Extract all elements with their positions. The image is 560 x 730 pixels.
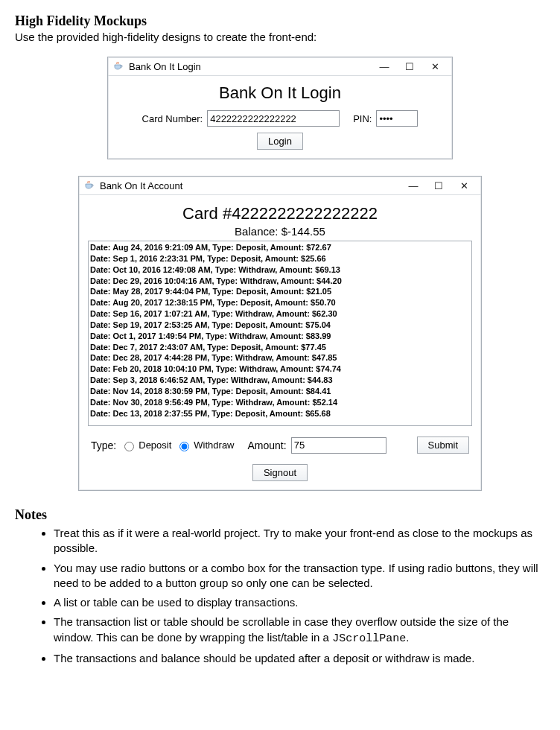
withdraw-radio[interactable]: Withdraw (176, 439, 234, 451)
close-button[interactable]: ✕ (451, 180, 477, 191)
amount-label: Amount: (248, 439, 287, 451)
login-window-title: Bank On It Login (129, 61, 201, 72)
maximize-button[interactable]: ☐ (397, 61, 422, 72)
transaction-row[interactable]: Date: Sep 1, 2016 2:23:31 PM, Type: Depo… (90, 253, 470, 264)
maximize-button[interactable]: ☐ (426, 180, 451, 191)
transaction-row[interactable]: Date: Oct 1, 2017 1:49:54 PM, Type: With… (90, 331, 470, 342)
notes-item: You may use radio buttons or a combo box… (54, 561, 545, 591)
login-button[interactable]: Login (257, 133, 303, 150)
account-window-title: Bank On It Account (100, 180, 182, 191)
account-titlebar: Bank On It Account — ☐ ✕ (79, 177, 481, 195)
transaction-row[interactable]: Date: Sep 16, 2017 1:07:21 AM, Type: Wit… (90, 308, 470, 320)
code-token: JScrollPane (332, 632, 406, 645)
transaction-row[interactable]: Date: Sep 19, 2017 2:53:25 AM, Type: Dep… (90, 320, 470, 331)
transaction-row[interactable]: Date: Aug 20, 2017 12:38:15 PM, Type: De… (90, 297, 470, 308)
notes-item: The transaction list or table should be … (54, 615, 545, 647)
close-button[interactable]: ✕ (422, 61, 448, 72)
deposit-radio[interactable]: Deposit (121, 439, 171, 451)
transaction-row[interactable]: Date: Feb 20, 2018 10:04:10 PM, Type: Wi… (90, 364, 470, 375)
transaction-row[interactable]: Date: Dec 13, 2018 2:37:55 PM, Type: Dep… (90, 408, 470, 419)
transaction-form: Type: Deposit Withdraw Amount: Submit (88, 426, 472, 461)
type-label: Type: (91, 439, 116, 451)
account-client-area: Card #4222222222222222 Balance: $-144.55… (79, 195, 481, 490)
amount-input[interactable] (291, 437, 386, 454)
signout-button[interactable]: Signout (252, 464, 308, 481)
notes-item: Treat this as if it were a real-world pr… (54, 526, 545, 556)
pin-input[interactable] (376, 110, 418, 127)
submit-button[interactable]: Submit (417, 437, 469, 454)
notes-list: Treat this as if it were a real-world pr… (15, 526, 545, 666)
transaction-row[interactable]: Date: Oct 10, 2016 12:49:08 AM, Type: Wi… (90, 264, 470, 276)
transaction-row[interactable]: Date: Nov 14, 2018 8:30:59 PM, Type: Dep… (90, 386, 470, 397)
transaction-row[interactable]: Date: Nov 30, 2018 9:56:49 PM, Type: Wit… (90, 397, 470, 408)
card-number-input[interactable] (207, 110, 340, 127)
card-heading: Card #4222222222222222 (88, 204, 472, 223)
login-window: Bank On It Login — ☐ ✕ Bank On It Login … (107, 57, 453, 159)
java-cup-icon (83, 180, 95, 191)
transaction-row[interactable]: Date: May 28, 2017 9:44:04 PM, Type: Dep… (90, 286, 470, 297)
transaction-row[interactable]: Date: Dec 7, 2017 2:43:07 AM, Type: Depo… (90, 342, 470, 353)
transactions-list[interactable]: Date: Aug 24, 2016 9:21:09 AM, Type: Dep… (88, 241, 472, 426)
java-cup-icon (112, 60, 124, 72)
login-client-area: Bank On It Login Card Number: PIN: Login (108, 76, 452, 159)
notes-item: A list or table can be used to display t… (54, 595, 545, 610)
login-titlebar: Bank On It Login — ☐ ✕ (108, 57, 452, 76)
section-heading: High Fidelity Mockups (15, 13, 545, 29)
account-window: Bank On It Account — ☐ ✕ Card #422222222… (78, 176, 482, 491)
balance-label: Balance: $-144.55 (88, 225, 472, 238)
deposit-radio-input[interactable] (124, 442, 134, 451)
card-number-label: Card Number: (142, 113, 203, 124)
withdraw-radio-input[interactable] (179, 442, 189, 451)
minimize-button[interactable]: — (401, 180, 426, 191)
login-heading: Bank On It Login (117, 83, 443, 103)
transaction-row[interactable]: Date: Aug 24, 2016 9:21:09 AM, Type: Dep… (90, 242, 470, 253)
withdraw-radio-label: Withdraw (194, 439, 234, 451)
intro-text: Use the provided high-fidelity designs t… (15, 31, 545, 43)
pin-label: PIN: (353, 113, 372, 124)
notes-item: The transactions and balance should be u… (54, 651, 545, 666)
notes-heading: Notes (15, 507, 545, 523)
transaction-row[interactable]: Date: Sep 3, 2018 6:46:52 AM, Type: With… (90, 375, 470, 386)
login-form-row: Card Number: PIN: (117, 110, 443, 127)
deposit-radio-label: Deposit (139, 439, 171, 451)
transaction-row[interactable]: Date: Dec 28, 2017 4:44:28 PM, Type: Wit… (90, 352, 470, 364)
transaction-row[interactable]: Date: Dec 29, 2016 10:04:16 AM, Type: Wi… (90, 276, 470, 287)
minimize-button[interactable]: — (372, 61, 397, 72)
